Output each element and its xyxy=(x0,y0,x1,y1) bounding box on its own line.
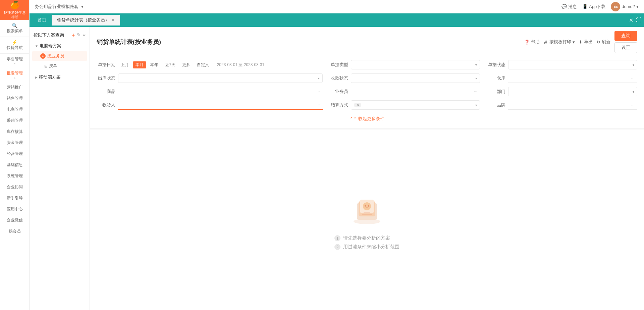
sidebar-item-sales[interactable]: 销售管理 xyxy=(0,93,29,104)
user-menu[interactable]: Ea demo2 ▾ xyxy=(611,2,639,11)
warehouse-label: 仓库 xyxy=(487,75,505,81)
refresh-label: 刷新 xyxy=(602,39,610,45)
refresh-btn[interactable]: ↻ 刷新 xyxy=(597,39,610,45)
tip-2-text: 用过滤条件来缩小分析范围 xyxy=(343,244,399,250)
collapse-panel-icon[interactable]: « xyxy=(83,32,86,38)
edit-scheme-icon[interactable]: ✎ xyxy=(77,32,81,38)
tip-num-2: 2 xyxy=(334,244,340,250)
help-label: 帮助 xyxy=(531,39,540,45)
sidebar-item-inventory-label: 库存核算 xyxy=(1,129,28,135)
sidebar-item-basic[interactable]: 基础信息 xyxy=(0,159,29,170)
scheme-salesperson[interactable]: ● 按业务员 xyxy=(32,51,87,61)
date-tab-custom[interactable]: 自定义 xyxy=(194,61,212,68)
sidebar-item-member[interactable]: 畅会员 xyxy=(0,226,29,237)
add-scheme-icon[interactable]: + xyxy=(72,32,75,38)
goods-control[interactable]: ··· xyxy=(118,87,323,96)
page-title: 销货单统计表(按业务员) xyxy=(97,38,161,46)
sidebar-item-ecommerce-label: 电商管理 xyxy=(1,107,28,112)
settlement-control[interactable]: × ▾ xyxy=(351,100,480,110)
tab-fullscreen-icon[interactable]: ⛶ xyxy=(636,17,641,23)
sidebar-item-wechat[interactable]: 企业微信 xyxy=(0,215,29,226)
print-label: 按模板打印 xyxy=(549,39,571,45)
doctype-control[interactable]: ▾ xyxy=(351,60,480,69)
date-tab-thisyear[interactable]: 本年 xyxy=(148,61,161,68)
filter-settlement: 结算方式 × ▾ xyxy=(329,100,480,110)
shortcut-nav[interactable]: ⚡ 快捷导航 xyxy=(0,37,29,54)
sidebar-item-retail[interactable]: 零售管理 ▾ xyxy=(0,54,29,68)
empty-tip-2: 2 用过滤条件来缩小分析范围 xyxy=(334,244,399,250)
sidebar-item-guide[interactable]: 新手引导 xyxy=(0,193,29,204)
sidebar-item-finance[interactable]: 资金管理 xyxy=(0,137,29,148)
date-tab-lastmonth[interactable]: 上月 xyxy=(118,61,131,68)
breadcrumb-dropdown-icon[interactable]: ▾ xyxy=(81,4,84,9)
export-btn[interactable]: ⬇ 导出 xyxy=(579,39,593,45)
docstatus-control[interactable]: ▾ xyxy=(508,60,637,69)
left-panel-actions: + ✎ « xyxy=(72,32,86,38)
sidebar-item-ecommerce[interactable]: 电商管理 xyxy=(0,104,29,115)
avatar: Ea xyxy=(611,2,620,11)
sidebar-item-guide-label: 新手引导 xyxy=(1,195,28,201)
date-tab-7days[interactable]: 近7天 xyxy=(162,61,178,68)
scheme-group-desktop: ▼ 电脑端方案 ● 按业务员 ⊞ 按单 ▶ 移动端方案 xyxy=(30,41,90,82)
date-label: 单据日期 xyxy=(97,62,115,68)
collapse-filters-btn[interactable]: ⌃⌃ 收起更多条件 xyxy=(97,114,637,124)
sidebar-item-wholesale-label: 批发管理 xyxy=(1,70,28,76)
svg-point-4 xyxy=(363,202,371,210)
settlement-tag[interactable]: × xyxy=(354,103,361,107)
username: demo2 xyxy=(622,4,635,9)
filter-department: 部门 ▾ xyxy=(487,87,637,96)
app-download-btn[interactable]: 📱 App下载 xyxy=(582,4,605,10)
settlement-label: 结算方式 xyxy=(329,102,348,108)
tab-close-icon[interactable]: ✕ xyxy=(111,18,115,22)
salesperson-control[interactable]: ··· xyxy=(351,87,480,96)
department-control[interactable]: ▾ xyxy=(508,87,637,96)
tab-sales-stats[interactable]: 销货单统计表（按业务员） ✕ xyxy=(52,15,120,25)
query-button[interactable]: 查询 xyxy=(614,31,637,41)
date-tab-thismonth[interactable]: 本月 xyxy=(133,61,146,68)
tab-home[interactable]: 首页 xyxy=(32,15,52,25)
logo-subtitle: 标版 xyxy=(11,15,18,19)
sidebar-item-appcenter[interactable]: 应用中心 xyxy=(0,204,29,215)
sidebar-item-system[interactable]: 系统管理 xyxy=(0,170,29,182)
tab-close-window-icon[interactable]: ✕ xyxy=(629,17,633,23)
receiptstatus-label: 收款状态 xyxy=(329,75,348,81)
receiptstatus-control[interactable]: ▾ xyxy=(351,73,480,83)
outstatus-dropdown-icon: ▾ xyxy=(318,76,320,80)
outstatus-control[interactable]: ▾ xyxy=(118,73,323,83)
topbar-left: 办公用品行业模拟账套 ▾ xyxy=(35,4,84,10)
sidebar-item-marketing[interactable]: 营销推广 xyxy=(0,82,29,93)
sidebar-item-operation-label: 经营管理 xyxy=(1,151,28,157)
date-tab-more[interactable]: 更多 xyxy=(179,61,193,68)
filter-doctype: 单据类型 ▾ xyxy=(329,60,480,69)
filter-outstatus: 出库状态 ▾ xyxy=(97,73,323,83)
topbar: 办公用品行业模拟账套 ▾ 💬 消息 📱 App下载 Ea demo2 ▾ xyxy=(30,0,644,13)
search-menu[interactable]: 🔍 搜索菜单 xyxy=(0,20,29,37)
setting-button[interactable]: 设置 xyxy=(614,42,637,53)
doctype-dropdown-icon: ▾ xyxy=(475,63,477,67)
sidebar-item-enterprise[interactable]: 企业协同 xyxy=(0,182,29,193)
settlement-tag-close-icon[interactable]: × xyxy=(357,103,359,107)
search-menu-label: 搜索菜单 xyxy=(1,28,28,34)
scheme-byorder[interactable]: ⊞ 按单 xyxy=(32,61,87,71)
empty-tip-1: 1 请先选择要分析的方案 xyxy=(334,235,399,241)
consignee-control[interactable]: ··· xyxy=(118,100,323,110)
sidebar-item-purchase[interactable]: 采购管理 xyxy=(0,115,29,126)
left-panel: 按以下方案查询 + ✎ « ▼ 电脑端方案 ● 按业务员 ⊞ 按 xyxy=(30,27,90,310)
sidebar-item-inventory[interactable]: 库存核算 xyxy=(0,126,29,137)
settlement-dropdown-icon: ▾ xyxy=(475,103,477,107)
avatar-initials: Ea xyxy=(613,5,618,8)
sidebar-item-operation[interactable]: 经营管理 xyxy=(0,148,29,159)
sidebar: 🍊 畅捷通好生意 标版 🔍 搜索菜单 ⚡ 快捷导航 零售管理 ▾ 批发管理 ▴ … xyxy=(0,0,30,310)
goods-dots-icon: ··· xyxy=(317,89,320,94)
print-btn[interactable]: 🖨 按模板打印 ▾ xyxy=(544,39,575,45)
warehouse-control[interactable]: ··· xyxy=(508,73,637,83)
help-btn[interactable]: ❓ 帮助 xyxy=(524,39,540,45)
brand-control[interactable]: ··· xyxy=(508,100,637,110)
department-dropdown-icon: ▾ xyxy=(633,90,634,94)
scheme-desktop[interactable]: ▼ 电脑端方案 xyxy=(32,41,87,51)
breadcrumb: 办公用品行业模拟账套 xyxy=(35,4,78,10)
scheme-mobile[interactable]: ▶ 移动端方案 xyxy=(32,72,87,82)
sidebar-item-wholesale[interactable]: 批发管理 ▴ xyxy=(0,68,29,82)
brand-dots-icon: ··· xyxy=(631,103,635,107)
message-btn[interactable]: 💬 消息 xyxy=(561,4,577,10)
